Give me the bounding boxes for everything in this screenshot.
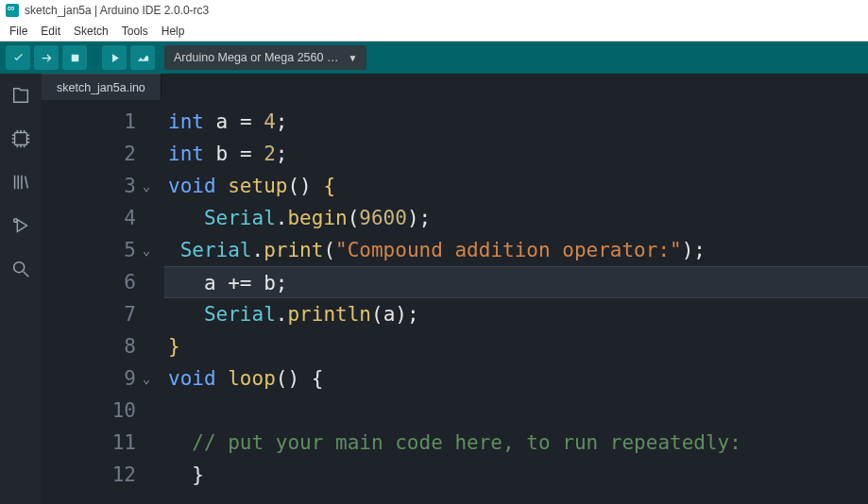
plotter-icon — [136, 51, 150, 65]
line-number: 4 — [42, 202, 153, 234]
svg-point-3 — [14, 262, 25, 273]
code-line[interactable] — [168, 395, 868, 427]
code-line[interactable]: } — [168, 330, 868, 362]
svg-rect-0 — [71, 54, 78, 61]
line-number: 5⌄ — [42, 234, 153, 266]
line-number: 1 — [42, 106, 153, 138]
line-number: 10 — [42, 395, 153, 427]
arrow-right-icon — [40, 51, 54, 65]
menu-sketch[interactable]: Sketch — [74, 25, 109, 38]
line-number: 9⌄ — [42, 362, 153, 395]
board-selector[interactable]: Arduino Mega or Mega 2560 … ▼ — [164, 45, 366, 70]
menu-file[interactable]: File — [9, 25, 27, 38]
menu-edit[interactable]: Edit — [41, 25, 60, 38]
toolbar: Arduino Mega or Mega 2560 … ▼ — [0, 42, 868, 74]
activity-bar — [0, 74, 42, 504]
code-line[interactable]: int b = 2; — [168, 138, 868, 170]
title-bar: sketch_jan5a | Arduino IDE 2.0.0-rc3 — [0, 0, 868, 21]
code-line[interactable]: int a = 4; — [168, 106, 868, 138]
code-line[interactable]: Serial.print("Compound addition operator… — [168, 234, 868, 266]
play-icon — [108, 51, 122, 65]
file-tab-label: sketch_jan5a.ino — [57, 81, 145, 94]
code-line[interactable]: } — [168, 459, 868, 491]
line-number: 2 — [42, 138, 153, 170]
line-number: 8 — [42, 330, 153, 362]
fold-chevron-icon[interactable]: ⌄ — [140, 170, 153, 202]
menu-bar: File Edit Sketch Tools Help — [0, 21, 868, 42]
line-number: 6 — [42, 266, 153, 298]
window-title: sketch_jan5a | Arduino IDE 2.0.0-rc3 — [25, 4, 209, 17]
boards-manager-icon[interactable] — [9, 126, 33, 151]
explorer-icon[interactable] — [9, 83, 33, 108]
square-icon — [68, 51, 82, 65]
debug-icon[interactable] — [9, 213, 33, 238]
upload-button[interactable] — [34, 45, 59, 70]
line-number: 3⌄ — [42, 170, 153, 202]
debug-button[interactable] — [102, 45, 127, 70]
code-editor[interactable]: 123⌄45⌄6789⌄101112 int a = 4;int b = 2;v… — [42, 100, 868, 504]
code-line[interactable]: void loop() { — [168, 362, 868, 395]
code-line[interactable]: Serial.println(a); — [168, 298, 868, 330]
code-line[interactable]: void setup() { — [168, 170, 868, 202]
fold-chevron-icon[interactable]: ⌄ — [140, 362, 153, 395]
file-tab[interactable]: sketch_jan5a.ino — [42, 74, 162, 100]
line-number-gutter: 123⌄45⌄6789⌄101112 — [42, 106, 164, 504]
code-content[interactable]: int a = 4;int b = 2;void setup() { Seria… — [164, 106, 868, 504]
editor-tabs: sketch_jan5a.ino — [42, 74, 868, 100]
library-manager-icon[interactable] — [9, 170, 33, 194]
check-icon — [11, 51, 26, 65]
line-number: 12 — [42, 459, 153, 491]
code-line[interactable]: // put your main code here, to run repea… — [168, 427, 868, 459]
arduino-app-icon — [6, 4, 19, 17]
board-selector-label: Arduino Mega or Mega 2560 … — [174, 51, 338, 64]
code-line[interactable]: a += b; — [164, 266, 868, 298]
stop-button[interactable] — [62, 45, 87, 70]
editor-area: sketch_jan5a.ino 123⌄45⌄6789⌄101112 int … — [42, 74, 868, 504]
fold-chevron-icon[interactable]: ⌄ — [140, 234, 153, 266]
menu-help[interactable]: Help — [162, 25, 185, 38]
chevron-down-icon: ▼ — [348, 53, 357, 63]
line-number: 11 — [42, 427, 153, 459]
serial-plotter-button[interactable] — [130, 45, 155, 70]
main-area: sketch_jan5a.ino 123⌄45⌄6789⌄101112 int … — [0, 74, 868, 504]
menu-tools[interactable]: Tools — [122, 25, 148, 38]
line-number: 7 — [42, 298, 153, 330]
svg-rect-1 — [15, 133, 27, 145]
code-line[interactable]: Serial.begin(9600); — [168, 202, 868, 234]
search-icon[interactable] — [9, 257, 33, 281]
verify-button[interactable] — [6, 45, 30, 70]
svg-point-2 — [14, 219, 18, 223]
